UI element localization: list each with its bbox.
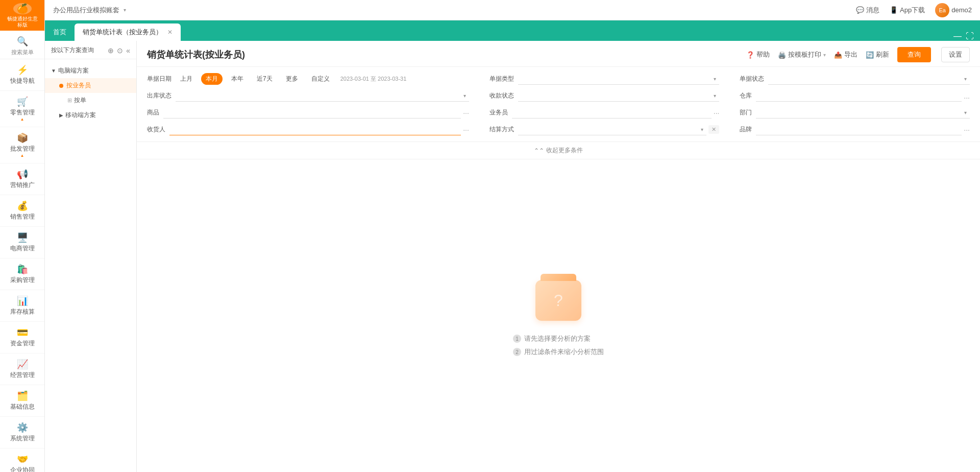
sidebar-item-retail[interactable]: 🛒 零售管理 [0,91,44,127]
scheme-item-by-order[interactable]: ⊞ 按单 [45,93,136,108]
payment-method-label: 结算方式 [489,125,514,134]
sidebar: 🍊 畅捷通好生意标版 🔍 搜索菜单 ⚡ 快捷导航 🛒 零售管理 📦 批发管理 📢… [0,0,45,472]
user-name: demo2 [951,6,972,14]
consignee-label: 收货人 [147,125,165,134]
top-header: 办公用品行业模拟账套 ▾ 💬 消息 📱 App下载 Ea demo2 [45,0,980,20]
sidebar-item-quick-nav[interactable]: ⚡ 快捷导航 [0,59,44,91]
sidebar-item-operations[interactable]: 📈 经营管理 [0,353,44,385]
marketing-icon: 📢 [17,169,28,180]
tab-close-icon[interactable]: ✕ [167,29,173,36]
app-download-btn[interactable]: 📱 App下载 [890,6,925,15]
date-btn-7days[interactable]: 近7天 [252,73,277,85]
sidebar-item-finance[interactable]: 💳 资金管理 [0,322,44,353]
tab-home-label: 首页 [53,28,66,37]
mobile-expand-icon: ▶ [59,112,63,118]
scheme-group-desktop: ▼ 电脑端方案 按业务员 ⊞ 按单 [45,63,136,108]
scheme-item-by-employee[interactable]: 按业务员 [45,78,136,93]
scheme-collapse-icon[interactable]: « [126,46,130,55]
user-menu[interactable]: Ea demo2 [935,3,972,17]
message-label: 消息 [866,6,879,15]
logo-icon: 🍊 [13,3,32,14]
empty-hint-1: 1 请先选择要分析的方案 [513,334,604,343]
sidebar-logo: 🍊 畅捷通好生意标版 [0,0,44,31]
filter-warehouse-item: 仓库 ... [740,90,970,102]
sidebar-item-purchase[interactable]: 🛍️ 采购管理 [0,258,44,290]
sidebar-item-ecommerce[interactable]: 🖥️ 电商管理 [0,227,44,258]
wholesale-icon: 📦 [17,132,28,144]
warehouse-input[interactable] [756,90,962,102]
setting-button[interactable]: 设置 [941,47,970,62]
help-icon: ❓ [746,51,754,59]
export-label: 导出 [844,50,857,59]
goods-dots-icon[interactable]: ··· [463,109,469,117]
tag-x-btn[interactable]: ✕ [712,126,716,133]
query-button[interactable]: 查询 [897,47,931,62]
hint-1-text: 请先选择要分析的方案 [524,334,591,343]
filter-row-2: 出库状态 ▾ 收款状态 [147,90,970,102]
out-status-select[interactable] [176,90,469,102]
sub-icon: ⊞ [67,97,72,104]
logo-text: 畅捷通好生意标版 [7,16,38,28]
date-btn-custom[interactable]: 自定义 [307,73,334,85]
goods-input[interactable] [163,107,461,119]
purchase-icon: 🛍️ [17,264,28,275]
empty-hint-2: 2 用过滤条件来缩小分析范围 [513,347,604,357]
date-btn-last-month[interactable]: 上月 [176,73,197,85]
help-btn[interactable]: ❓ 帮助 [746,50,770,59]
avatar: Ea [935,3,949,17]
sidebar-item-marketing[interactable]: 📢 营销推广 [0,163,44,195]
tab-minimize-icon[interactable]: — [953,32,962,41]
type-select[interactable] [518,73,720,85]
message-btn[interactable]: 💬 消息 [856,6,879,15]
filter-goods-item: 商品 ··· [147,107,469,119]
tab-sales-stat[interactable]: 销货单统计表（按业务员） ✕ [75,23,181,41]
tab-home[interactable]: 首页 [45,23,75,41]
brand-input[interactable] [756,124,962,135]
sidebar-item-system[interactable]: ⚙️ 系统管理 [0,417,44,449]
phone-icon: 📱 [890,6,898,14]
basic-icon: 🗂️ [17,390,28,402]
operations-label: 经营管理 [10,371,35,380]
sidebar-item-cooperation[interactable]: 🤝 企业协同 [0,449,44,472]
template-print-btn[interactable]: 🖨️ 按模板打印 ▾ [778,50,826,59]
employee-input[interactable] [512,107,712,119]
tab-expand-icon[interactable]: ⛶ [966,32,974,41]
status-select[interactable] [768,73,970,85]
payment-method-select[interactable] [518,124,707,135]
brand-dots-icon[interactable]: ··· [964,126,970,134]
consignee-input[interactable] [169,124,461,135]
date-label: 单据日期 [147,75,172,83]
refresh-icon: 🔄 [866,51,874,59]
sidebar-item-basic[interactable]: 🗂️ 基础信息 [0,385,44,417]
payment-select[interactable] [518,90,720,102]
date-btn-more[interactable]: 更多 [281,73,303,85]
template-print-label: 按模板打印 [788,50,821,59]
breadcrumb-dropdown-icon[interactable]: ▾ [124,7,126,13]
top-header-left: 办公用品行业模拟账套 ▾ [53,6,126,15]
scheme-tree: ▼ 电脑端方案 按业务员 ⊞ 按单 ▶ 移动端方案 [45,59,136,127]
warehouse-dots-icon[interactable]: ... [964,92,970,100]
scheme-settings-icon[interactable]: ⊙ [117,46,123,55]
export-btn[interactable]: 📤 导出 [834,50,857,59]
sidebar-item-inventory[interactable]: 📊 库存核算 [0,290,44,322]
employee-dots-icon[interactable]: ··· [714,109,720,117]
right-panel: 销货单统计表(按业务员) ❓ 帮助 🖨️ 按模板打印 ▾ 📤 导出 [137,41,980,472]
collapse-more-btn[interactable]: ⌃⌃ 收起更多条件 [534,146,583,155]
scheme-group-mobile-label[interactable]: ▶ 移动端方案 [45,108,136,123]
scheme-group-desktop-label[interactable]: ▼ 电脑端方案 [45,63,136,78]
filter-out-status-item: 出库状态 ▾ [147,90,469,102]
date-btn-this-year[interactable]: 本年 [227,73,248,85]
sidebar-item-wholesale[interactable]: 📦 批发管理 [0,127,44,163]
export-icon: 📤 [834,51,842,59]
sidebar-search-item[interactable]: 🔍 搜索菜单 [0,31,44,59]
refresh-btn[interactable]: 🔄 刷新 [866,50,889,59]
sidebar-item-sales[interactable]: 💰 销售管理 [0,195,44,227]
finance-label: 资金管理 [10,339,35,348]
app-download-label: App下载 [900,6,925,15]
consignee-dots-icon[interactable]: ··· [463,126,469,134]
empty-illustration [528,275,589,326]
date-btn-this-month[interactable]: 本月 [201,73,223,85]
dept-select[interactable] [756,107,970,119]
scheme-add-icon[interactable]: ⊕ [108,46,114,55]
empty-box-icon [535,280,581,321]
